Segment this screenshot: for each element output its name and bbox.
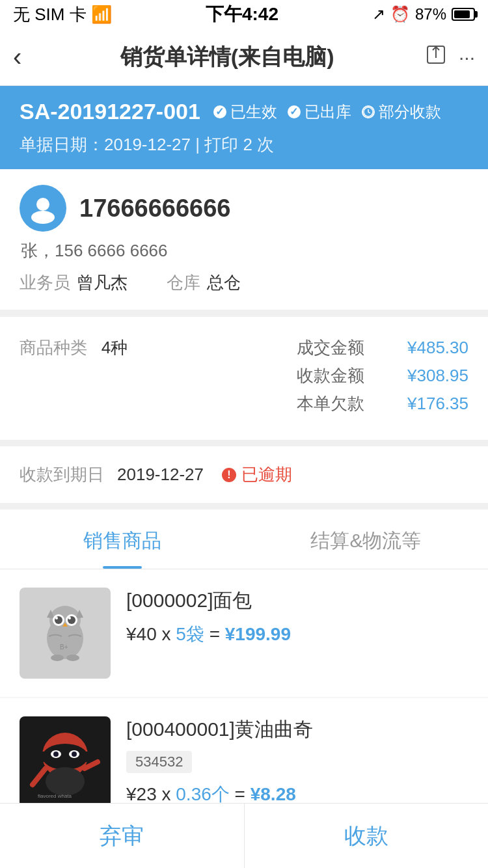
share-button[interactable] bbox=[426, 45, 446, 69]
deal-value: ¥485.30 bbox=[377, 338, 468, 358]
customer-top: 17666666666 bbox=[20, 185, 468, 232]
nav-bar: ‹ 销货单详情(来自电脑) ··· bbox=[0, 29, 488, 86]
deal-label: 成交金额 bbox=[297, 336, 364, 359]
svg-point-17 bbox=[66, 655, 79, 661]
badge-effective: ✓ 已生效 bbox=[213, 102, 277, 122]
check-icon: ✓ bbox=[213, 105, 226, 118]
svg-point-27 bbox=[46, 767, 85, 796]
svg-point-16 bbox=[51, 655, 64, 661]
types-count: 4种 bbox=[102, 338, 128, 357]
order-id: SA-20191227-001 bbox=[20, 99, 200, 124]
price-value: ¥40 bbox=[126, 624, 157, 644]
cookie-image: flavored whata bbox=[20, 716, 111, 807]
total-value: ¥199.99 bbox=[225, 624, 291, 644]
overdue-text: 已逾期 bbox=[241, 463, 292, 486]
salesperson-label: 业务员 bbox=[20, 271, 70, 294]
due-label: 收款到期日 bbox=[20, 463, 104, 486]
location-icon: ↗ bbox=[372, 5, 385, 23]
owed-label: 本单欠款 bbox=[297, 392, 364, 415]
badge-partial: 部分收款 bbox=[362, 102, 441, 122]
svg-point-11 bbox=[55, 617, 58, 619]
products-section: B+ [0000002]面包 ¥40 x 5袋 = ¥199.99 bbox=[0, 569, 488, 826]
reject-button[interactable]: 弃审 bbox=[0, 804, 245, 868]
received-label: 收款金额 bbox=[297, 364, 364, 387]
battery-icon bbox=[452, 8, 475, 21]
customer-meta: 业务员 曾凡杰 仓库 总仓 bbox=[20, 271, 468, 294]
status-left: 无 SIM 卡 📶 bbox=[13, 3, 112, 26]
stats-row: 商品种类 4种 成交金额 ¥485.30 收款金额 ¥308.95 本单欠款 ¥… bbox=[20, 336, 468, 420]
price-value: ¥23 bbox=[126, 784, 157, 804]
product-info-cookie: [000400001]黄油曲奇 534532 ¥23 x 0.36个 = ¥8.… bbox=[126, 716, 468, 807]
due-date-value: 2019-12-27 bbox=[117, 465, 204, 485]
product-price-bread: ¥40 x 5袋 = ¥199.99 bbox=[126, 622, 468, 647]
svg-point-3 bbox=[36, 198, 49, 211]
salesperson-value: 曾凡杰 bbox=[77, 271, 128, 294]
product-sku-cookie: 534532 bbox=[126, 751, 192, 773]
due-date-section: 收款到期日 2019-12-27 ! 已逾期 bbox=[0, 446, 488, 509]
header-banner: SA-20191227-001 ✓ 已生效 ✓ 已出库 部分收款 单据日期 bbox=[0, 86, 488, 169]
product-thumb-bread: B+ bbox=[20, 588, 111, 679]
tab-sales-products[interactable]: 销售商品 bbox=[0, 509, 244, 569]
collect-button[interactable]: 收款 bbox=[245, 804, 489, 868]
clock-icon bbox=[362, 105, 375, 118]
warehouse-label: 仓库 bbox=[167, 271, 200, 294]
received-value: ¥308.95 bbox=[377, 366, 468, 386]
customer-avatar bbox=[20, 185, 66, 232]
stats-right: 成交金额 ¥485.30 收款金额 ¥308.95 本单欠款 ¥176.35 bbox=[297, 336, 468, 420]
battery-percent: 87% bbox=[415, 5, 446, 23]
svg-point-4 bbox=[31, 211, 55, 224]
alarm-icon: ⏰ bbox=[390, 5, 410, 23]
svg-point-25 bbox=[53, 752, 59, 757]
qty-value: 5袋 bbox=[176, 624, 204, 644]
nav-actions: ··· bbox=[426, 45, 475, 69]
product-name-cookie: [000400001]黄油曲奇 bbox=[126, 716, 468, 743]
tabs-row: 销售商品 结算&物流等 bbox=[0, 509, 488, 569]
overdue-icon: ! bbox=[222, 468, 236, 482]
tab-settlement[interactable]: 结算&物流等 bbox=[244, 509, 488, 569]
product-card-bread: B+ [0000002]面包 ¥40 x 5袋 = ¥199.99 bbox=[0, 569, 488, 697]
product-name-bread: [0000002]面包 bbox=[126, 588, 468, 614]
warehouse-value: 总仓 bbox=[207, 271, 241, 294]
status-time: 下午4:42 bbox=[206, 2, 278, 27]
total-value: ¥8.28 bbox=[251, 784, 296, 804]
types-label: 商品种类 bbox=[20, 338, 87, 357]
received-amount: 收款金额 ¥308.95 bbox=[297, 364, 468, 387]
svg-point-14 bbox=[68, 617, 71, 619]
owed-value: ¥176.35 bbox=[377, 394, 468, 414]
customer-phone: 17666666666 bbox=[79, 195, 230, 223]
svg-point-26 bbox=[72, 752, 77, 757]
svg-text:B+: B+ bbox=[60, 644, 68, 651]
svg-text:flavored whata: flavored whata bbox=[38, 793, 72, 799]
check-icon-2: ✓ bbox=[288, 105, 301, 118]
owl-image: B+ bbox=[20, 588, 111, 679]
divider-1 bbox=[0, 310, 488, 317]
page-title: 销货单详情(来自电脑) bbox=[28, 42, 426, 72]
customer-name-phone: 张，156 6666 6666 bbox=[20, 239, 468, 262]
stats-left: 商品种类 4种 bbox=[20, 336, 128, 359]
doc-date: 单据日期：2019-12-27 | 打印 2 次 bbox=[20, 133, 468, 156]
owed-amount: 本单欠款 ¥176.35 bbox=[297, 392, 468, 415]
tabs-section: 销售商品 结算&物流等 bbox=[0, 509, 488, 569]
back-button[interactable]: ‹ bbox=[13, 42, 28, 72]
svg-rect-22 bbox=[42, 752, 88, 762]
product-thumb-cookie: flavored whata bbox=[20, 716, 111, 807]
deal-amount: 成交金额 ¥485.30 bbox=[297, 336, 468, 359]
status-right: ↗ ⏰ 87% bbox=[372, 5, 475, 23]
overdue-badge: ! 已逾期 bbox=[214, 461, 300, 489]
customer-section: 17666666666 张，156 6666 6666 业务员 曾凡杰 仓库 总… bbox=[0, 169, 488, 310]
bottom-bar: 弃审 收款 bbox=[0, 803, 488, 868]
status-badges: ✓ 已生效 ✓ 已出库 部分收款 bbox=[213, 102, 441, 122]
qty-value: 0.36个 bbox=[176, 784, 230, 804]
order-header-row: SA-20191227-001 ✓ 已生效 ✓ 已出库 部分收款 bbox=[20, 99, 468, 124]
more-button[interactable]: ··· bbox=[459, 46, 475, 68]
product-info-bread: [0000002]面包 ¥40 x 5袋 = ¥199.99 bbox=[126, 588, 468, 647]
stats-section: 商品种类 4种 成交金额 ¥485.30 收款金额 ¥308.95 本单欠款 ¥… bbox=[0, 317, 488, 446]
status-bar: 无 SIM 卡 📶 下午4:42 ↗ ⏰ 87% bbox=[0, 0, 488, 29]
badge-shipped: ✓ 已出库 bbox=[288, 102, 351, 122]
